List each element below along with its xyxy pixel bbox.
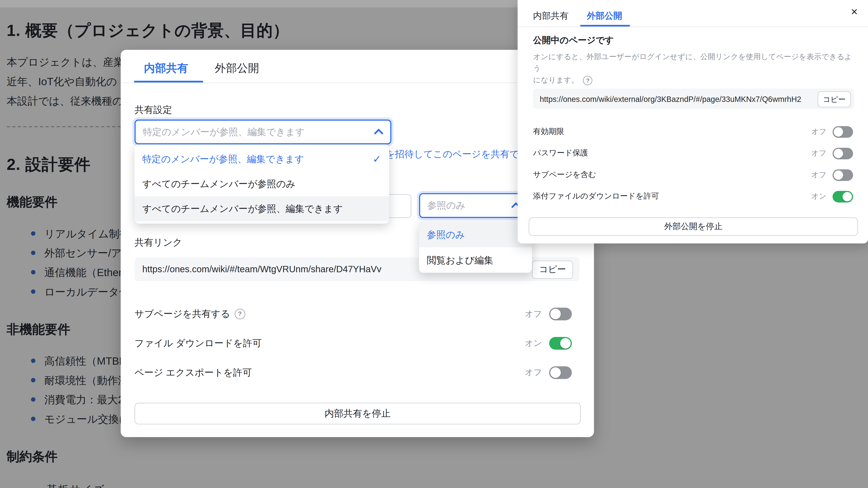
permission-dropdown: 特定のメンバーが参照、編集できます ✓ すべてのチームメンバーが参照のみ すべて…	[134, 144, 389, 223]
toggle-state-label: オフ	[811, 127, 827, 137]
stop-external-publish-button[interactable]: 外部公開を停止	[529, 217, 858, 236]
close-icon[interactable]: ✕	[850, 6, 858, 17]
check-icon: ✓	[373, 153, 381, 165]
role-option-view-only[interactable]: 参照のみ ✓	[419, 222, 532, 248]
include-subpages-toggle[interactable]	[833, 169, 853, 181]
toggle-row-attachment-download: 添付ファイルのダウンロードを許可 オン	[533, 188, 853, 205]
public-url: https://ones.com/wiki/external/org/3KBaz…	[533, 94, 801, 103]
password-protect-toggle[interactable]	[833, 148, 853, 159]
toggle-row-file-download: ファイル ダウンロードを許可 オン	[134, 333, 580, 353]
chevron-up-icon	[374, 129, 383, 138]
panel-tab-internal-share[interactable]: 内部共有	[533, 11, 568, 22]
expiry-toggle[interactable]	[833, 126, 853, 137]
toggle-row-expiry: 有効期限 オフ	[533, 123, 853, 140]
role-dropdown: 参照のみ ✓ 閲覧および編集	[419, 222, 532, 273]
toggle-row-page-export: ページ エクスポートを許可 オフ	[134, 362, 580, 382]
stop-internal-share-button[interactable]: 内部共有を停止	[134, 403, 581, 424]
permission-option-all-edit[interactable]: すべてのチームメンバーが参照、編集できます	[134, 196, 389, 221]
toggle-row-password: パスワード保護 オフ	[533, 145, 853, 162]
attachment-download-toggle[interactable]	[833, 191, 853, 202]
tab-external-publish[interactable]: 外部公開	[215, 61, 259, 76]
toggle-state-label: オフ	[811, 170, 827, 180]
file-download-toggle[interactable]	[549, 337, 572, 349]
toggle-row-include-subpages: サブページを含む オフ	[533, 166, 853, 183]
external-publish-panel: 内部共有 外部公開 ✕ 公開中のページです オンにすると、外部ユーザーがログイン…	[518, 0, 868, 243]
share-subpages-toggle[interactable]	[549, 307, 572, 320]
publish-description: オンにすると、外部ユーザーがログインせずに、公開リンクを使用してページを表示でき…	[533, 51, 857, 86]
permission-option-specific-members[interactable]: 特定のメンバーが参照、編集できます ✓	[134, 147, 389, 171]
toggle-label: ページ エクスポートを許可	[134, 366, 252, 379]
panel-tab-external-publish[interactable]: 外部公開	[587, 11, 622, 22]
tab-internal-share[interactable]: 内部共有	[144, 61, 188, 76]
toggle-label: 添付ファイルのダウンロードを許可	[533, 191, 659, 201]
role-option-view-edit[interactable]: 閲覧および編集	[419, 248, 532, 273]
toggle-label: サブページを共有する	[134, 307, 230, 320]
role-select[interactable]: 参照のみ	[419, 193, 529, 218]
permission-select[interactable]: 特定のメンバーが参照、編集できます	[134, 120, 391, 144]
toggle-label: パスワード保護	[533, 148, 588, 158]
toggle-label: ファイル ダウンロードを許可	[134, 337, 262, 349]
public-link-row: https://ones.com/wiki/external/org/3KBaz…	[533, 89, 854, 109]
copy-button[interactable]: コピー	[817, 91, 851, 107]
share-settings-label: 共有設定	[134, 103, 172, 116]
screen: 1. 概要（プロジェクトの背景、目的） 本プロジェクトは、産業 近年、IoT化や…	[0, 0, 868, 488]
toggle-state-label: オフ	[525, 308, 542, 319]
role-select-value: 参照のみ	[420, 199, 465, 212]
toggle-state-label: オン	[811, 191, 827, 201]
publish-status-heading: 公開中のページです	[533, 35, 614, 46]
toggle-state-label: オン	[525, 338, 542, 348]
share-url: https://ones.com/wiki/#/team/WtgVRUnm/sh…	[134, 264, 381, 274]
toggle-state-label: オフ	[811, 148, 827, 158]
toggle-label: サブページを含む	[533, 170, 596, 180]
share-link-label: 共有リンク	[134, 236, 182, 249]
page-export-toggle[interactable]	[549, 366, 572, 379]
panel-tab-divider	[518, 27, 868, 27]
panel-active-tab-underline	[580, 25, 630, 26]
copy-button[interactable]: コピー	[532, 260, 573, 279]
help-icon[interactable]: ?	[235, 308, 245, 319]
help-icon[interactable]: ?	[583, 76, 593, 86]
toggle-row-share-subpages: サブページを共有する ? オフ	[134, 304, 580, 324]
permission-option-all-view[interactable]: すべてのチームメンバーが参照のみ	[134, 171, 389, 196]
toggle-label: 有効期限	[533, 127, 564, 137]
permission-select-value: 特定のメンバーが参照、編集できます	[135, 126, 305, 138]
toggle-state-label: オフ	[525, 367, 542, 378]
